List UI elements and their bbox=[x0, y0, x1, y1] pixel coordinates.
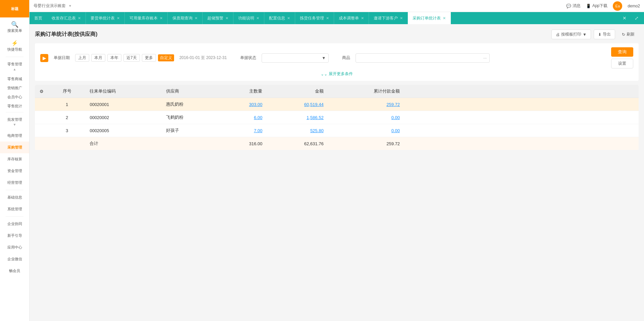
sidebar-item-business[interactable]: 经营管理 bbox=[0, 177, 29, 189]
date-btn-this-month[interactable]: 本月 bbox=[91, 54, 105, 62]
sidebar-item-newguide[interactable]: 新手引导 bbox=[0, 230, 29, 242]
filter-toggle-btn[interactable]: ▶ bbox=[40, 54, 48, 62]
tab-overstock-warning[interactable]: 超储预警 ✕ bbox=[203, 12, 233, 24]
sidebar-divider-3 bbox=[6, 190, 23, 190]
sidebar-item-members[interactable]: 会员中心 bbox=[0, 93, 29, 102]
logo-text: 标题 bbox=[11, 6, 18, 11]
close-all-tabs-btn[interactable]: ✕ bbox=[620, 13, 629, 23]
sidebar-item-weixin[interactable]: 企业微信 bbox=[0, 253, 29, 265]
avatar[interactable]: Ea bbox=[613, 1, 622, 11]
tab-overstock-warning-close[interactable]: ✕ bbox=[225, 16, 228, 20]
row-paid[interactable]: 0.00 bbox=[328, 111, 404, 124]
row-paid[interactable]: 259.72 bbox=[328, 98, 404, 111]
sidebar-item-purchase[interactable]: 采购管理 bbox=[0, 142, 29, 153]
sidebar-item-marketing[interactable]: 营销推广 bbox=[0, 84, 29, 93]
tab-cost-adjust[interactable]: 成本调整单 ✕ bbox=[334, 12, 369, 24]
sidebar-item-search[interactable]: 🔍 搜索英单 bbox=[0, 17, 29, 37]
tab-pick-task-label: 拣货任务管理 bbox=[300, 15, 324, 21]
table-footer-row: 合计 316.00 62,631.76 259.72 bbox=[35, 137, 639, 150]
tab-function-desc-close[interactable]: ✕ bbox=[256, 16, 259, 20]
sidebar-item-wholesale[interactable]: 批发管理 ▼ bbox=[0, 114, 29, 130]
sidebar-item-system[interactable]: 系统管理 bbox=[0, 203, 29, 215]
row-amount[interactable]: 60,519.44 bbox=[266, 98, 327, 111]
goods-filter-label: 商品 bbox=[342, 55, 350, 61]
row-quantity[interactable]: 303.00 bbox=[219, 98, 266, 111]
export-btn[interactable]: ⬇ 导出 bbox=[594, 30, 615, 39]
marketing-label: 营销推广 bbox=[7, 86, 22, 91]
sidebar-item-appcenter[interactable]: 应用中心 bbox=[0, 242, 29, 253]
page-actions: 🖨 按模板打印 ▼ ⬇ 导出 ↻ 刷新 bbox=[551, 30, 639, 39]
tab-config-info-close[interactable]: ✕ bbox=[287, 16, 290, 20]
sidebar-item-basic[interactable]: 基础信息 bbox=[0, 192, 29, 203]
date-btn-7days[interactable]: 近7天 bbox=[123, 54, 140, 62]
print-label: 按模板打印 bbox=[561, 32, 581, 37]
goods-more-icon[interactable]: ··· bbox=[483, 56, 487, 60]
app-download-btn[interactable]: 📱 App下载 bbox=[586, 3, 607, 9]
topbar: 母婴行业演示账套 ▼ 💬 消息 📱 App下载 Ea demo2 bbox=[30, 0, 644, 12]
sidebar-item-ecommerce[interactable]: 电商管理 bbox=[0, 130, 29, 142]
row-amount[interactable]: 1,586.52 bbox=[266, 111, 327, 124]
table-row: 2 00020002 飞鹤奶粉 6.00 1,586.52 0.00 bbox=[35, 111, 639, 124]
tab-goods-stats[interactable]: 要货单统计表 ✕ bbox=[86, 12, 125, 24]
message-btn[interactable]: 💬 消息 bbox=[566, 3, 581, 9]
maximize-btn[interactable]: ⤢ bbox=[632, 13, 641, 23]
row-paid[interactable]: 0.00 bbox=[328, 124, 404, 137]
row-supplier: 惠氏奶粉 bbox=[162, 98, 219, 111]
tab-expiry-query[interactable]: 保质期查询 ✕ bbox=[168, 12, 203, 24]
sidebar-item-enterprise[interactable]: 企业协同 bbox=[0, 218, 29, 230]
tab-receive-summary-close[interactable]: ✕ bbox=[78, 16, 81, 20]
sidebar-item-retail[interactable]: 零售管理 ▲ bbox=[0, 58, 29, 74]
tab-invite-downstream[interactable]: 邀请下游客户 ✕ bbox=[369, 12, 408, 24]
date-btn-more[interactable]: 更多 bbox=[142, 54, 156, 62]
breadcrumb-dropdown-icon[interactable]: ▼ bbox=[68, 4, 72, 8]
status-select[interactable]: ▼ bbox=[262, 53, 329, 63]
tab-invite-downstream-close[interactable]: ✕ bbox=[400, 16, 403, 20]
goods-input[interactable]: ··· bbox=[356, 53, 490, 63]
sidebar-item-inventory[interactable]: 库存核算 bbox=[0, 153, 29, 165]
status-select-arrow: ▼ bbox=[322, 56, 326, 60]
row-quantity[interactable]: 7.00 bbox=[219, 124, 266, 137]
settings-btn[interactable]: 设置 bbox=[611, 59, 633, 68]
sidebar-item-quicknav[interactable]: ⚡ 快捷导航 bbox=[0, 37, 29, 55]
print-btn[interactable]: 🖨 按模板打印 ▼ bbox=[551, 30, 591, 39]
th-quantity: 主数量 bbox=[219, 85, 266, 98]
export-label: 导出 bbox=[603, 32, 611, 37]
tab-pick-task[interactable]: 拣货任务管理 ✕ bbox=[295, 12, 334, 24]
row-settings bbox=[35, 98, 48, 111]
footer-num bbox=[48, 137, 86, 150]
refresh-btn[interactable]: ↻ 刷新 bbox=[618, 30, 639, 39]
tab-pick-task-close[interactable]: ✕ bbox=[326, 16, 329, 20]
settings-icon[interactable]: ⚙ bbox=[40, 89, 44, 94]
row-amount[interactable]: 525.80 bbox=[266, 124, 327, 137]
tab-cost-adjust-close[interactable]: ✕ bbox=[361, 16, 364, 20]
sidebar-divider-4 bbox=[6, 216, 23, 217]
tab-available-inventory-close[interactable]: ✕ bbox=[160, 16, 163, 20]
tab-receive-summary[interactable]: 收发存汇总表 ✕ bbox=[47, 12, 86, 24]
row-quantity[interactable]: 6.00 bbox=[219, 111, 266, 124]
tab-available-inventory[interactable]: 可用量库存账本 ✕ bbox=[125, 12, 168, 24]
tab-config-info[interactable]: 配置信息 ✕ bbox=[264, 12, 295, 24]
sidebar-item-retail-stats[interactable]: 零售统计 bbox=[0, 102, 29, 111]
tab-home[interactable]: 首页 bbox=[30, 12, 47, 24]
sidebar-item-retail-mall[interactable]: 零售商城 bbox=[0, 74, 29, 84]
query-btn[interactable]: 查询 bbox=[611, 47, 633, 57]
row-settings bbox=[35, 124, 48, 137]
sidebar-item-finance[interactable]: 资金管理 bbox=[0, 165, 29, 177]
footer-settings bbox=[35, 137, 48, 150]
date-custom-badge[interactable]: 自定义 bbox=[158, 54, 174, 61]
th-settings: ⚙ bbox=[35, 85, 48, 98]
tab-goods-stats-close[interactable]: ✕ bbox=[117, 16, 120, 20]
username-label[interactable]: demo2 bbox=[628, 4, 640, 8]
tab-function-desc[interactable]: 功能说明 ✕ bbox=[233, 12, 264, 24]
date-btn-last-month[interactable]: 上月 bbox=[75, 54, 89, 62]
date-btn-this-year[interactable]: 本年 bbox=[107, 54, 121, 62]
message-icon: 💬 bbox=[566, 4, 571, 8]
refresh-icon: ↻ bbox=[622, 32, 625, 37]
tab-purchase-stats-close[interactable]: ✕ bbox=[443, 16, 446, 20]
sidebar-item-vip[interactable]: 畅会员 bbox=[0, 265, 29, 277]
tab-purchase-stats-label: 采购订单统计表 bbox=[413, 15, 441, 21]
expand-more-btn[interactable]: ⌄⌄ 展开更多条件 bbox=[40, 71, 633, 77]
tab-purchase-stats[interactable]: 采购订单统计表 ✕ bbox=[408, 12, 451, 24]
tab-expiry-query-close[interactable]: ✕ bbox=[195, 16, 198, 20]
tab-config-info-label: 配置信息 bbox=[269, 15, 285, 21]
